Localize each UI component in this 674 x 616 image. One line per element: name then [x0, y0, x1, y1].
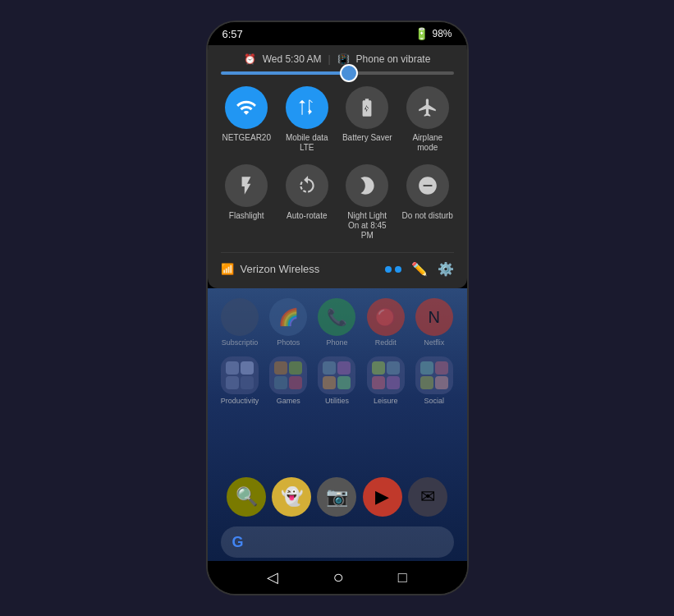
vibrate-icon: 📳 [337, 53, 350, 65]
autorotate-label: Auto-rotate [287, 211, 327, 221]
netflix-icon: N [415, 298, 453, 336]
utilities-folder-icon [318, 356, 355, 394]
social-label: Social [424, 397, 445, 405]
network-right: ✏️ ⚙️ [385, 261, 454, 277]
folder-utilities[interactable]: Utilities [315, 356, 358, 405]
nav-bar: ◁ ○ □ [208, 561, 467, 594]
photos-icon: 🌈 [269, 298, 307, 336]
alarm-label: Wed 5:30 AM [263, 53, 322, 65]
alarm-row: ⏰ Wed 5:30 AM | 📳 Phone on vibrate [221, 53, 454, 65]
dot-1 [385, 266, 392, 273]
dnd-icon [406, 164, 449, 207]
flashlight-icon [225, 164, 268, 207]
folder-games[interactable]: Games [267, 356, 309, 405]
mobile-data-icon [286, 86, 328, 129]
settings-icon[interactable]: ⚙️ [438, 261, 454, 277]
leisure-folder-icon [367, 356, 405, 394]
google-g-icon: G [232, 534, 244, 551]
subscriptions-icon [221, 298, 259, 336]
phone-icon: 📞 [318, 298, 355, 336]
back-button[interactable]: ◁ [267, 568, 278, 586]
wifi-label: NETGEAR20 [222, 133, 271, 143]
battery-pct: 98% [432, 28, 452, 39]
folder-row: Productivity Games [208, 353, 467, 408]
utilities-label: Utilities [325, 397, 349, 405]
quick-settings-panel: ⏰ Wed 5:30 AM | 📳 Phone on vibrate [208, 45, 467, 288]
network-row: 📶 Verizon Wireless ✏️ ⚙️ [221, 252, 454, 277]
app-phone[interactable]: 📞 Phone [315, 298, 358, 347]
photos-label: Photos [277, 338, 300, 347]
airplane-label: Airplane mode [401, 133, 454, 153]
reddit-label: Reddit [375, 338, 397, 347]
separator: | [328, 53, 330, 65]
dock-app-1[interactable]: 🔍 [227, 477, 266, 517]
network-dots [385, 266, 401, 273]
signal-icon: 📶 [221, 263, 234, 275]
productivity-label: Productivity [221, 397, 259, 405]
recents-button[interactable]: □ [398, 569, 407, 586]
scrolled-area: ⏰ Wed 5:30 AM | 📳 Phone on vibrate [208, 45, 467, 561]
leisure-label: Leisure [374, 397, 398, 405]
vibrate-label: Phone on vibrate [356, 53, 431, 65]
app-reddit[interactable]: 🔴 Reddit [365, 298, 407, 347]
phone-content: ⏰ Wed 5:30 AM | 📳 Phone on vibrate [208, 45, 467, 594]
dock-app-2[interactable]: 👻 [272, 477, 311, 517]
app-subscriptions[interactable]: Subscriptio [218, 298, 261, 347]
dock-app-4[interactable]: ▶ [363, 477, 402, 517]
app-netflix[interactable]: N Netflix [413, 298, 456, 347]
search-bar[interactable]: G [221, 526, 454, 558]
folder-leisure[interactable]: Leisure [365, 356, 407, 405]
flashlight-label: Flashlight [229, 211, 264, 221]
alarm-icon: ⏰ [244, 53, 256, 65]
tile-autorotate[interactable]: Auto-rotate [281, 164, 333, 241]
folder-social[interactable]: Social [413, 356, 456, 405]
tiles-row-2: Flashlight Auto-rotate [221, 164, 454, 241]
dot-2 [395, 266, 401, 273]
dock-row: 🔍 👻 📷 ▶ ✉ [208, 471, 467, 523]
brightness-row[interactable] [221, 71, 454, 75]
app-photos[interactable]: 🌈 Photos [267, 298, 309, 347]
autorotate-icon [286, 164, 328, 207]
games-label: Games [277, 397, 300, 405]
network-label: Verizon Wireless [241, 263, 320, 275]
home-button[interactable]: ○ [332, 567, 343, 588]
home-screen: Subscriptio 🌈 Photos 📞 Phone 🔴 Reddit [208, 288, 467, 561]
mobile-data-label: Mobile dataLTE [286, 133, 328, 153]
status-time: 6:57 [222, 28, 243, 40]
tile-battery-saver[interactable]: Battery Saver [342, 86, 394, 153]
phone-frame: 6:57 🔋 98% ⏰ Wed 5:30 AM | 📳 Phone on vi… [206, 21, 469, 595]
wifi-icon [225, 86, 268, 129]
tiles-row-1: NETGEAR20 Mobile dataLTE [221, 86, 454, 153]
tile-mobile-data[interactable]: Mobile dataLTE [281, 86, 333, 153]
battery-saver-icon [346, 86, 388, 129]
night-light-label: Night LightOn at 8:45 PM [342, 211, 394, 241]
top-app-row: Subscriptio 🌈 Photos 📞 Phone 🔴 Reddit [208, 295, 467, 350]
night-light-icon [346, 164, 388, 207]
tile-night-light[interactable]: Night LightOn at 8:45 PM [342, 164, 394, 241]
reddit-icon: 🔴 [367, 298, 405, 336]
netflix-label: Netflix [424, 338, 444, 347]
subscriptions-label: Subscriptio [222, 338, 259, 347]
airplane-icon [406, 86, 449, 129]
games-folder-icon [269, 356, 307, 394]
edit-icon[interactable]: ✏️ [411, 261, 428, 277]
battery-saver-label: Battery Saver [342, 133, 392, 143]
tile-flashlight[interactable]: Flashlight [221, 164, 273, 241]
network-left: 📶 Verizon Wireless [221, 263, 320, 275]
brightness-thumb [340, 64, 358, 82]
tile-airplane[interactable]: Airplane mode [401, 86, 454, 153]
status-bar-right: 🔋 98% [415, 27, 452, 40]
status-bar: 6:57 🔋 98% [208, 22, 467, 45]
productivity-folder-icon [221, 356, 259, 394]
folder-productivity[interactable]: Productivity [218, 356, 261, 405]
dnd-label: Do not disturb [402, 211, 453, 221]
dock-app-3[interactable]: 📷 [317, 477, 356, 517]
dock-app-5[interactable]: ✉ [408, 477, 447, 517]
social-folder-icon [415, 356, 453, 394]
phone-label: Phone [326, 338, 347, 347]
brightness-slider[interactable] [221, 71, 454, 75]
tile-wifi[interactable]: NETGEAR20 [221, 86, 273, 153]
tile-dnd[interactable]: Do not disturb [401, 164, 454, 241]
battery-icon: 🔋 [415, 27, 429, 40]
